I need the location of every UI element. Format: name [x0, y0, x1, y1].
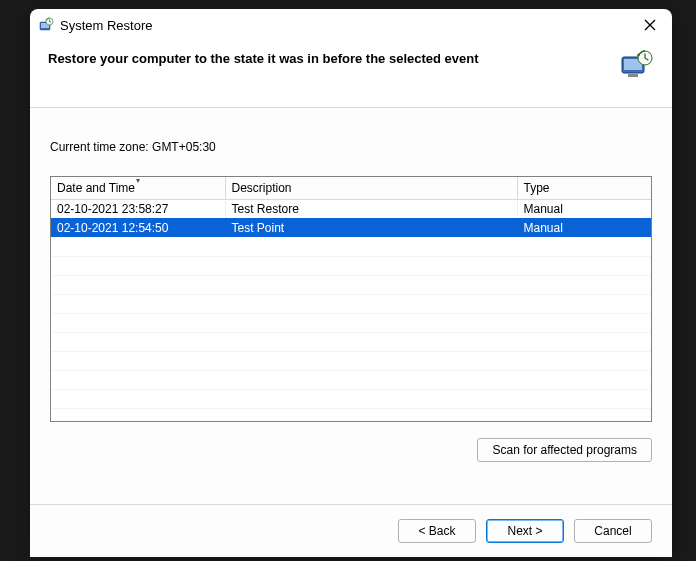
restore-points-table[interactable]: Date and Time ▾ Description Type 02-10-2…	[50, 176, 652, 422]
table-row-empty	[51, 294, 651, 313]
system-restore-dialog: System Restore Restore your computer to …	[30, 9, 672, 557]
scan-affected-button[interactable]: Scan for affected programs	[477, 438, 652, 462]
sort-desc-icon: ▾	[136, 176, 140, 185]
restore-app-icon	[38, 17, 54, 33]
table-row-empty	[51, 408, 651, 422]
close-icon[interactable]	[638, 13, 662, 37]
cell-description: Test Point	[225, 218, 517, 237]
header-text: Restore your computer to the state it wa…	[48, 49, 608, 66]
col-type-label: Type	[524, 181, 550, 195]
table-row-empty	[51, 313, 651, 332]
table-row-empty	[51, 351, 651, 370]
next-button[interactable]: Next >	[486, 519, 564, 543]
svg-rect-6	[628, 74, 638, 77]
cell-description: Test Restore	[225, 199, 517, 218]
cancel-button[interactable]: Cancel	[574, 519, 652, 543]
content-area: Current time zone: GMT+05:30 Date and Ti…	[30, 107, 672, 504]
col-description-label: Description	[232, 181, 292, 195]
cell-type: Manual	[517, 199, 651, 218]
cell-datetime: 02-10-2021 23:58:27	[51, 199, 225, 218]
table-row-empty	[51, 389, 651, 408]
col-datetime[interactable]: Date and Time ▾	[51, 177, 225, 199]
table-row-empty	[51, 275, 651, 294]
titlebar: System Restore	[30, 9, 672, 41]
table-row-empty	[51, 332, 651, 351]
col-description[interactable]: Description	[225, 177, 517, 199]
back-button[interactable]: < Back	[398, 519, 476, 543]
dialog-title: System Restore	[60, 18, 638, 33]
table-row-empty	[51, 256, 651, 275]
cell-type: Manual	[517, 218, 651, 237]
restore-hero-icon	[618, 49, 654, 81]
header: Restore your computer to the state it wa…	[30, 41, 672, 107]
table-row[interactable]: 02-10-2021 12:54:50Test PointManual	[51, 218, 651, 237]
col-type[interactable]: Type	[517, 177, 651, 199]
footer: < Back Next > Cancel	[30, 504, 672, 557]
cell-datetime: 02-10-2021 12:54:50	[51, 218, 225, 237]
timezone-label: Current time zone: GMT+05:30	[50, 140, 652, 154]
table-row-empty	[51, 370, 651, 389]
table-row[interactable]: 02-10-2021 23:58:27Test RestoreManual	[51, 199, 651, 218]
table-row-empty	[51, 237, 651, 256]
col-datetime-label: Date and Time	[57, 181, 135, 195]
